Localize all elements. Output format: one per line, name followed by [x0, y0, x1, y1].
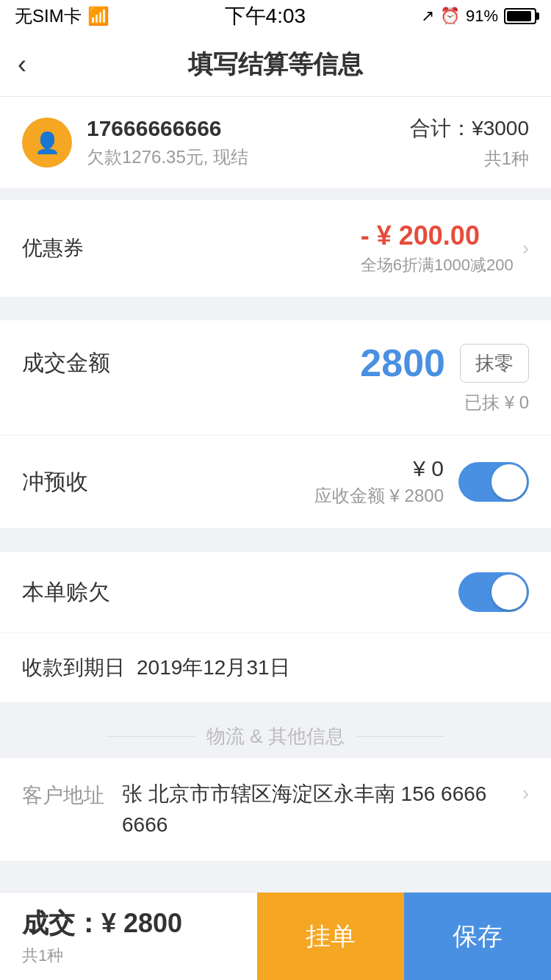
- coupon-row[interactable]: 优惠券 - ¥ 200.00 全场6折满1000减200 ›: [0, 200, 551, 297]
- deal-amount-wrapper: 2800 抹零: [360, 341, 529, 385]
- coupon-desc: 全场6折满1000减200: [361, 254, 514, 276]
- bottom-deal-text: 成交：¥ 2800: [22, 906, 235, 942]
- address-label: 客户地址: [22, 779, 104, 810]
- section-divider-1: [0, 309, 551, 320]
- back-button[interactable]: ‹: [18, 49, 26, 80]
- nav-bar: ‹ 填写结算等信息: [0, 32, 551, 97]
- suspend-button[interactable]: 挂单: [257, 893, 404, 981]
- logistics-line-left: [107, 736, 195, 737]
- bottom-summary: 成交：¥ 2800 共1种: [0, 906, 257, 967]
- bottom-deal-amount: ¥ 2800: [101, 908, 182, 938]
- status-right: ↗ ⏰ 91%: [421, 7, 536, 26]
- customer-info: 17666666666 欠款1276.35元, 现结: [87, 116, 248, 169]
- duedate-value: 2019年12月31日: [137, 654, 290, 682]
- debt-toggle[interactable]: [458, 572, 529, 612]
- status-time: 下午4:03: [225, 2, 306, 30]
- duedate-row: 收款到期日 2019年12月31日: [22, 654, 529, 682]
- deal-section: 成交金额 2800 抹零 已抹 ¥ 0: [0, 320, 551, 435]
- battery-percentage: 91%: [466, 7, 498, 26]
- deal-amount-label: 成交金额: [22, 348, 110, 378]
- customer-right: 合计：¥3000 共1种: [410, 115, 529, 170]
- deal-amount-value: 2800: [360, 341, 445, 385]
- debt-toggle-knob: [491, 574, 527, 610]
- prepay-label: 冲预收: [22, 467, 88, 497]
- logistics-divider: 物流 & 其他信息: [0, 714, 551, 758]
- status-bar: 无SIM卡 📶 下午4:03 ↗ ⏰ 91%: [0, 0, 551, 32]
- location-icon: ↗: [421, 7, 434, 26]
- debt-label: 本单赊欠: [22, 577, 110, 608]
- address-chevron-icon: ›: [522, 779, 529, 805]
- avatar-icon: 👤: [35, 131, 60, 155]
- alarm-icon: ⏰: [440, 7, 460, 26]
- customer-phone: 17666666666: [87, 116, 248, 141]
- duedate-label: 收款到期日: [22, 654, 125, 682]
- content: 👤 17666666666 欠款1276.35元, 现结 合计：¥3000 共1…: [0, 97, 551, 980]
- prepay-right: ¥ 0 应收金额 ¥ 2800: [314, 456, 529, 508]
- bottom-bar: 成交：¥ 2800 共1种 挂单 保存: [0, 892, 551, 980]
- page-title: 填写结算等信息: [188, 48, 363, 82]
- coupon-discount: - ¥ 200.00: [361, 220, 514, 251]
- coupon-right: - ¥ 200.00 全场6折满1000减200 ›: [361, 220, 529, 276]
- prepay-section: 冲预收 ¥ 0 应收金额 ¥ 2800: [0, 435, 551, 528]
- avatar: 👤: [22, 118, 72, 167]
- duedate-section: 收款到期日 2019年12月31日: [0, 633, 551, 702]
- sim-status: 无SIM卡: [15, 4, 82, 28]
- address-value: 张 北京市市辖区海淀区永丰南 156 6666 6666: [122, 779, 514, 840]
- logistics-label: 物流 & 其他信息: [107, 724, 444, 749]
- wifi-icon: 📶: [87, 6, 109, 26]
- logistics-line-right: [356, 736, 444, 737]
- coupon-chevron-icon: ›: [522, 237, 529, 260]
- deal-sub-text: 已抹 ¥ 0: [22, 391, 529, 414]
- status-left: 无SIM卡 📶: [15, 4, 109, 28]
- prepay-sub-text: 应收金额 ¥ 2800: [314, 484, 444, 508]
- customer-left: 👤 17666666666 欠款1276.35元, 现结: [22, 116, 248, 169]
- section-divider-2: [0, 528, 551, 540]
- prepay-amount-block: ¥ 0 应收金额 ¥ 2800: [314, 456, 444, 508]
- bottom-count: 共1种: [22, 945, 235, 967]
- round-down-button[interactable]: 抹零: [460, 344, 529, 383]
- customer-card: 👤 17666666666 欠款1276.35元, 现结 合计：¥3000 共1…: [0, 97, 551, 188]
- battery-icon: [504, 8, 536, 24]
- total-count: 共1种: [410, 147, 529, 170]
- prepay-row: 冲预收 ¥ 0 应收金额 ¥ 2800: [22, 456, 529, 508]
- deal-row: 成交金额 2800 抹零: [22, 341, 529, 385]
- total-amount: 合计：¥3000: [410, 115, 529, 143]
- prepay-toggle[interactable]: [458, 462, 529, 502]
- prepay-toggle-knob: [491, 464, 527, 500]
- save-button[interactable]: 保存: [404, 893, 551, 981]
- customer-debt: 欠款1276.35元, 现结: [87, 145, 248, 169]
- prepay-amount: ¥ 0: [314, 456, 444, 481]
- coupon-label: 优惠券: [22, 234, 84, 262]
- debt-section: 本单赊欠: [0, 552, 551, 633]
- address-section[interactable]: 客户地址 张 北京市市辖区海淀区永丰南 156 6666 6666 ›: [0, 758, 551, 861]
- bottom-deal-label: 成交：: [22, 908, 101, 938]
